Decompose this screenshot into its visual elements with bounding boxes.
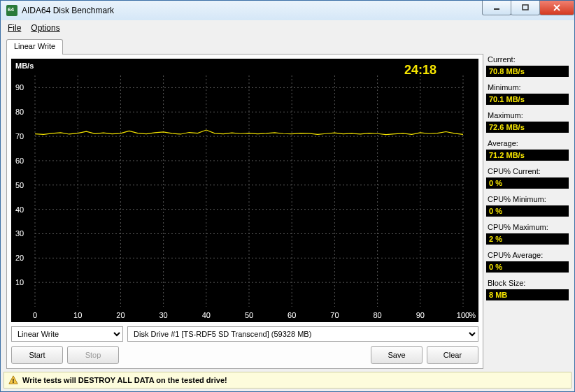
current-value: 70.8 MB/s xyxy=(486,66,569,77)
benchmark-chart: MB/s 24:18 % 102030405060708090010203040… xyxy=(11,59,478,322)
tab-strip: Linear Write xyxy=(6,38,483,54)
window-title: AIDA64 Disk Benchmark xyxy=(22,6,114,15)
cpu-current-label: CPU% Current: xyxy=(486,167,569,175)
cpu-maximum-value: 2 % xyxy=(486,233,569,245)
tab-panel: MB/s 24:18 % 102030405060708090010203040… xyxy=(6,54,483,369)
mode-select[interactable]: Linear Write xyxy=(11,326,123,342)
block-size-label: Block Size: xyxy=(486,279,569,287)
cpu-minimum-value: 0 % xyxy=(486,205,569,217)
stop-button[interactable]: Stop xyxy=(67,346,119,364)
cpu-average-value: 0 % xyxy=(486,261,569,273)
cpu-maximum-label: CPU% Maximum: xyxy=(486,223,569,231)
drive-row: Linear Write Disk Drive #1 [TS-RDF5 SD T… xyxy=(11,326,478,342)
stats-panel: Current: 70.8 MB/s Minimum: 70.1 MB/s Ma… xyxy=(486,38,569,369)
button-row: Start Stop Save Clear xyxy=(11,346,478,364)
maximum-value: 72.6 MB/s xyxy=(486,122,569,133)
minimum-value: 70.1 MB/s xyxy=(486,94,569,105)
drive-select[interactable]: Disk Drive #1 [TS-RDF5 SD Transcend] (59… xyxy=(127,326,478,342)
cpu-minimum-label: CPU% Minimum: xyxy=(486,195,569,203)
svg-rect-1 xyxy=(523,5,528,10)
app-icon xyxy=(6,5,17,16)
app-window: AIDA64 Disk Benchmark File Options Linea… xyxy=(0,0,575,392)
clear-button[interactable]: Clear xyxy=(427,346,478,364)
minimize-button[interactable] xyxy=(482,1,511,15)
save-button[interactable]: Save xyxy=(371,346,423,364)
menu-bar: File Options xyxy=(1,20,574,36)
maximize-button[interactable] xyxy=(511,1,540,15)
titlebar: AIDA64 Disk Benchmark xyxy=(1,1,574,20)
warning-bar: ! Write tests will DESTROY ALL DATA on t… xyxy=(3,372,572,389)
warning-icon: ! xyxy=(8,375,18,385)
left-panel: Linear Write MB/s 24:18 % 10203040506070… xyxy=(6,38,483,369)
current-label: Current: xyxy=(486,55,569,64)
menu-file[interactable]: File xyxy=(8,23,21,33)
minimum-label: Minimum: xyxy=(486,83,569,92)
menu-options[interactable]: Options xyxy=(31,23,59,33)
close-button[interactable] xyxy=(539,1,574,15)
svg-text:!: ! xyxy=(13,377,15,384)
content-area: Linear Write MB/s 24:18 % 10203040506070… xyxy=(1,36,574,372)
warning-text: Write tests will DESTROY ALL DATA on the… xyxy=(22,376,227,384)
start-button[interactable]: Start xyxy=(11,346,63,364)
maximum-label: Maximum: xyxy=(486,111,569,119)
average-value: 71.2 MB/s xyxy=(486,150,569,161)
block-size-value: 8 MB xyxy=(486,289,569,300)
tab-linear-write[interactable]: Linear Write xyxy=(6,39,63,55)
average-label: Average: xyxy=(486,139,569,147)
cpu-average-label: CPU% Average: xyxy=(486,251,569,259)
window-controls xyxy=(483,1,574,15)
cpu-current-value: 0 % xyxy=(486,177,569,189)
